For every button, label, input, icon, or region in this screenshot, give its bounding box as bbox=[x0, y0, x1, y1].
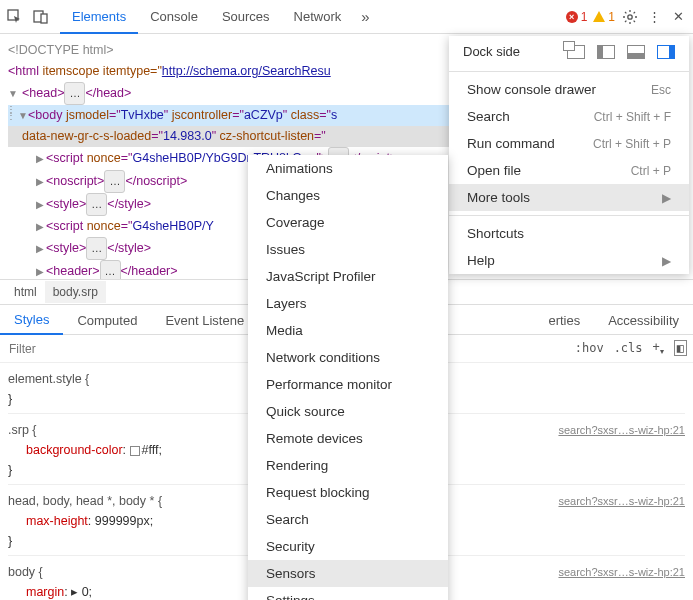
menu-item-open-file[interactable]: Open fileCtrl + P bbox=[449, 157, 689, 184]
toggle-sidebar-icon[interactable]: ◧ bbox=[674, 340, 687, 356]
expand-button[interactable]: … bbox=[104, 170, 125, 193]
submenu-item-sensors[interactable]: Sensors bbox=[248, 560, 448, 587]
rule-selector[interactable]: body { bbox=[8, 565, 43, 579]
rule-selector[interactable]: element.style { bbox=[8, 372, 89, 386]
submenu-item-search[interactable]: Search bbox=[248, 506, 448, 533]
submenu-item-settings[interactable]: Settings bbox=[248, 587, 448, 600]
css-property[interactable]: background-color bbox=[26, 443, 123, 457]
submenu-item-remote-devices[interactable]: Remote devices bbox=[248, 425, 448, 452]
dock-undock-icon[interactable] bbox=[567, 45, 585, 59]
rule-selector[interactable]: .srp { bbox=[8, 423, 37, 437]
devtools-toolbar: Elements Console Sources Network » × 1 1… bbox=[0, 0, 693, 34]
more-tools-submenu: AnimationsChangesCoverageIssuesJavaScrip… bbox=[248, 155, 448, 600]
error-count: 1 bbox=[581, 10, 588, 24]
subtab-properties[interactable]: erties bbox=[534, 307, 594, 334]
submenu-item-performance-monitor[interactable]: Performance monitor bbox=[248, 371, 448, 398]
submenu-item-javascript-profiler[interactable]: JavaScript Profiler bbox=[248, 263, 448, 290]
tab-sources[interactable]: Sources bbox=[210, 1, 282, 32]
dock-right-icon[interactable] bbox=[657, 45, 675, 59]
menu-item-help[interactable]: Help▶ bbox=[449, 247, 689, 274]
submenu-item-issues[interactable]: Issues bbox=[248, 236, 448, 263]
rule-source-link[interactable]: search?sxsr…s-wiz-hp:21 bbox=[558, 491, 685, 511]
subtab-event-listeners[interactable]: Event Listene bbox=[151, 307, 258, 334]
inspect-icon[interactable] bbox=[6, 8, 24, 26]
main-menu: Dock side Show console drawerEscSearchCt… bbox=[449, 36, 689, 274]
new-rule-icon[interactable]: +▾ bbox=[653, 340, 664, 356]
crumb-html[interactable]: html bbox=[6, 281, 45, 303]
kebab-menu-icon[interactable]: ⋮ bbox=[645, 8, 663, 26]
expand-button[interactable]: … bbox=[86, 237, 107, 260]
submenu-item-security[interactable]: Security bbox=[248, 533, 448, 560]
menu-item-search[interactable]: SearchCtrl + Shift + F bbox=[449, 103, 689, 130]
tab-network[interactable]: Network bbox=[282, 1, 354, 32]
menu-item-shortcuts[interactable]: Shortcuts bbox=[449, 220, 689, 247]
error-icon: × bbox=[566, 11, 578, 23]
submenu-item-request-blocking[interactable]: Request blocking bbox=[248, 479, 448, 506]
toolbar-right: × 1 1 ⋮ ✕ bbox=[566, 8, 687, 26]
rule-source-link[interactable]: search?sxsr…s-wiz-hp:21 bbox=[558, 420, 685, 440]
submenu-item-coverage[interactable]: Coverage bbox=[248, 209, 448, 236]
subtab-computed[interactable]: Computed bbox=[63, 307, 151, 334]
panel-tabs: Elements Console Sources Network » bbox=[60, 1, 378, 33]
warning-badge[interactable]: 1 bbox=[593, 10, 615, 24]
chevron-right-icon: ▶ bbox=[662, 191, 671, 205]
subtab-accessibility[interactable]: Accessibility bbox=[594, 307, 693, 334]
menu-item-more-tools[interactable]: More tools▶ bbox=[449, 184, 689, 211]
rule-selector[interactable]: head, body, head *, body * { bbox=[8, 494, 162, 508]
submenu-item-changes[interactable]: Changes bbox=[248, 182, 448, 209]
submenu-item-media[interactable]: Media bbox=[248, 317, 448, 344]
dock-bottom-icon[interactable] bbox=[627, 45, 645, 59]
submenu-item-layers[interactable]: Layers bbox=[248, 290, 448, 317]
menu-item-run-command[interactable]: Run commandCtrl + Shift + P bbox=[449, 130, 689, 157]
close-icon[interactable]: ✕ bbox=[669, 8, 687, 26]
tab-console[interactable]: Console bbox=[138, 1, 210, 32]
crumb-body[interactable]: body.srp bbox=[45, 281, 106, 303]
chevron-right-icon: ▶ bbox=[662, 254, 671, 268]
svg-point-3 bbox=[628, 14, 632, 18]
hov-toggle[interactable]: :hov bbox=[575, 341, 604, 355]
expand-button[interactable]: … bbox=[64, 82, 85, 105]
dock-left-icon[interactable] bbox=[597, 45, 615, 59]
warning-icon bbox=[593, 11, 605, 22]
cls-toggle[interactable]: .cls bbox=[614, 341, 643, 355]
color-swatch[interactable] bbox=[130, 446, 140, 456]
css-property[interactable]: max-height bbox=[26, 514, 88, 528]
error-badge[interactable]: × 1 bbox=[566, 10, 588, 24]
doctype: <!DOCTYPE html> bbox=[8, 40, 114, 61]
tabs-overflow-icon[interactable]: » bbox=[353, 8, 377, 25]
dock-side-label: Dock side bbox=[463, 44, 520, 59]
expand-button[interactable]: … bbox=[100, 260, 121, 279]
submenu-item-network-conditions[interactable]: Network conditions bbox=[248, 344, 448, 371]
gear-icon[interactable] bbox=[621, 8, 639, 26]
svg-rect-2 bbox=[41, 14, 47, 23]
css-property[interactable]: margin bbox=[26, 585, 64, 599]
rule-source-link[interactable]: search?sxsr…s-wiz-hp:21 bbox=[558, 562, 685, 582]
tab-elements[interactable]: Elements bbox=[60, 1, 138, 34]
submenu-item-rendering[interactable]: Rendering bbox=[248, 452, 448, 479]
submenu-item-animations[interactable]: Animations bbox=[248, 155, 448, 182]
subtab-styles[interactable]: Styles bbox=[0, 306, 63, 335]
device-toggle-icon[interactable] bbox=[32, 8, 50, 26]
warning-count: 1 bbox=[608, 10, 615, 24]
menu-item-show-console-drawer[interactable]: Show console drawerEsc bbox=[449, 76, 689, 103]
submenu-item-quick-source[interactable]: Quick source bbox=[248, 398, 448, 425]
expand-button[interactable]: … bbox=[86, 193, 107, 216]
toolbar-left bbox=[6, 8, 50, 26]
